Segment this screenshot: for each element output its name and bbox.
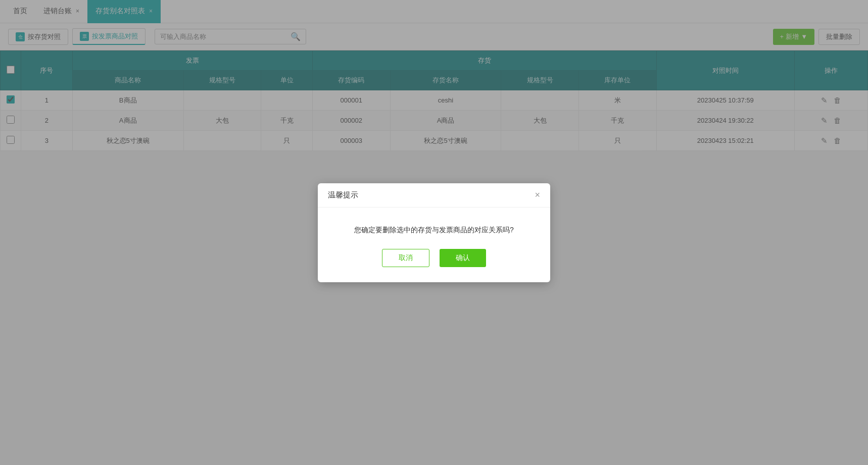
dialog-message: 您确定要删除选中的存货与发票商品的对应关系吗? (354, 226, 514, 234)
dialog-footer: 取消 确认 (318, 249, 550, 282)
confirm-dialog: 温馨提示 × 您确定要删除选中的存货与发票商品的对应关系吗? 取消 确认 (318, 183, 550, 282)
dialog-close-button[interactable]: × (535, 190, 540, 199)
dialog-confirm-button[interactable]: 确认 (440, 249, 486, 267)
dialog-body: 您确定要删除选中的存货与发票商品的对应关系吗? (318, 208, 550, 249)
dialog-header: 温馨提示 × (318, 183, 550, 208)
dialog-overlay: 温馨提示 × 您确定要删除选中的存货与发票商品的对应关系吗? 取消 确认 (0, 0, 868, 465)
dialog-title: 温馨提示 (328, 190, 358, 200)
dialog-cancel-button[interactable]: 取消 (382, 249, 429, 267)
